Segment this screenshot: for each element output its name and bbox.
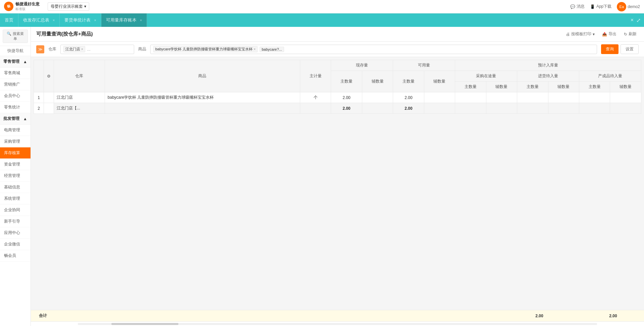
sidebar-item-basic-info[interactable]: 基础信息 <box>0 182 31 193</box>
warehouse-tag: 江北门店 × <box>63 46 85 52</box>
sidebar-item-enterprise-coop[interactable]: 企业协同 <box>0 204 31 216</box>
cell-settings-1 <box>44 92 54 103</box>
tab-available-stock[interactable]: 可用量库存账本 × <box>101 13 147 27</box>
query-btn[interactable]: 查询 <box>601 44 619 54</box>
th-product-main: 主数量 <box>579 82 610 92</box>
cell-prod-main-1 <box>579 92 610 103</box>
th-purchase-aux: 辅数量 <box>486 82 517 92</box>
chevron-icon: ▲ <box>23 117 27 121</box>
export-icon: 📤 <box>602 32 607 37</box>
message-icon: 💬 <box>570 4 575 9</box>
cell-curr-main-2: 2.00 <box>331 103 362 114</box>
sidebar-search-section: 🔍 搜索菜单 <box>0 27 31 46</box>
sidebar-item-member-center[interactable]: 会员中心 <box>0 90 31 102</box>
cell-pur-aux-1 <box>486 92 517 103</box>
cell-product-2 <box>105 103 300 114</box>
search-menu-btn[interactable]: 🔍 搜索菜单 <box>3 30 28 43</box>
th-product: 商品 <box>105 60 300 92</box>
filter-expand-btn[interactable]: ≫ <box>36 45 44 53</box>
sidebar-item-member[interactable]: 畅会员 <box>0 250 31 262</box>
th-incoming-aux: 辅数量 <box>548 82 579 92</box>
page-header: 可用量查询(按仓库+商品) 🖨 按模板打印 ▾ 📤 导出 ↻ 刷新 <box>31 27 644 42</box>
product-tag-1: babycare学饮杯 儿童防摔防撞吸管杯重力球吸嘴杯宝宝水杯 × <box>153 46 258 52</box>
top-bar: 畅 畅捷通好生意 标准版 母婴行业演示账套 ▾ 💬 消息 📱 App下载 Ea … <box>0 0 644 13</box>
table-container: ⚙ 仓库 商品 主计量 现存量 可用量 预计入库量 主数量 辅数量 主数量 辅数… <box>31 57 644 310</box>
sidebar-section-wholesale[interactable]: 批发管理 ▲ <box>0 113 31 125</box>
expand-btn[interactable]: ⤢ <box>636 17 641 24</box>
page-actions: 🖨 按模板打印 ▾ 📤 导出 ↻ 刷新 <box>564 30 639 38</box>
sidebar-item-ecommerce[interactable]: 电商管理 <box>0 125 31 136</box>
sidebar-item-ops[interactable]: 经营管理 <box>0 170 31 182</box>
th-current-aux: 辅数量 <box>362 71 393 92</box>
warehouse-filter-input[interactable]: 江北门店 × ... <box>60 45 134 54</box>
cell-inc-aux-2 <box>548 103 579 114</box>
brand-sub: 标准版 <box>15 7 40 11</box>
close-tab-receive-send[interactable]: × <box>53 18 55 22</box>
tab-receive-send[interactable]: 收发存汇总表 × <box>18 13 60 27</box>
cell-avail-aux-1 <box>424 92 455 103</box>
sidebar-item-purchase-mgmt[interactable]: 采购管理 <box>0 136 31 147</box>
user-profile[interactable]: Ea demo2 <box>617 2 640 11</box>
tab-home[interactable]: 首页 <box>0 13 18 27</box>
table-row: 1 江北门店 babycare学饮杯 儿童防摔防撞吸管杯重力球吸嘴杯宝宝水杯 个… <box>34 92 641 103</box>
company-select[interactable]: 母婴行业演示账套 ▾ <box>48 2 89 11</box>
setting-btn[interactable]: 设置 <box>621 44 639 54</box>
top-bar-right: 💬 消息 📱 App下载 Ea demo2 <box>570 2 640 11</box>
cell-warehouse-1: 江北门店 <box>54 92 105 103</box>
table-footer: 合计 2.00 2.00 <box>31 310 644 321</box>
app-icon: 📱 <box>590 4 595 9</box>
tab-order-stats[interactable]: 要货单统计表 × <box>60 13 101 27</box>
cell-row-num-1: 1 <box>34 92 44 103</box>
app-download-btn[interactable]: 📱 App下载 <box>590 4 611 9</box>
th-settings[interactable]: ⚙ <box>44 60 54 92</box>
cell-prod-aux-1 <box>610 92 641 103</box>
sidebar-item-retail-mall[interactable]: 零售商城 <box>0 67 31 79</box>
cell-settings-2 <box>44 103 54 114</box>
sidebar-item-new-guide[interactable]: 新手引导 <box>0 216 31 227</box>
product-filter-input[interactable]: babycare学饮杯 儿童防摔防撞吸管杯重力球吸嘴杯宝宝水杯 × babyca… <box>150 45 597 54</box>
sidebar-item-finance[interactable]: 资金管理 <box>0 159 31 170</box>
cell-pur-main-2 <box>455 103 486 114</box>
content-area: 可用量查询(按仓库+商品) 🖨 按模板打印 ▾ 📤 导出 ↻ 刷新 ≫ <box>31 27 644 326</box>
footer-current-aux-total <box>559 314 593 318</box>
sidebar-section-retail[interactable]: 零售管理 ▲ <box>0 56 31 67</box>
sidebar-item-enterprise-wechat[interactable]: 企业微信 <box>0 239 31 250</box>
sidebar-item-sys-mgmt[interactable]: 系统管理 <box>0 193 31 204</box>
sidebar-item-stock-check[interactable]: 库存核算 <box>0 147 31 159</box>
cell-prod-aux-2 <box>610 103 641 114</box>
sidebar-item-retail-stats[interactable]: 零售统计 <box>0 102 31 113</box>
close-all-tabs-btn[interactable]: × <box>631 17 634 23</box>
message-btn[interactable]: 💬 消息 <box>570 4 585 9</box>
cell-unit-1: 个 <box>300 92 331 103</box>
th-current-stock: 现存量 <box>331 60 393 71</box>
warehouse-label: 仓库 <box>48 46 56 52</box>
sidebar-item-marketing[interactable]: 营销推广 <box>0 79 31 90</box>
product-tag-2: babycare?... <box>260 47 284 52</box>
print-btn[interactable]: 🖨 按模板打印 ▾ <box>564 30 597 38</box>
th-row-num <box>34 60 44 92</box>
refresh-icon: ↻ <box>624 32 627 37</box>
footer-available-total: 2.00 <box>593 314 633 318</box>
close-tab-order-stats[interactable]: × <box>94 18 96 22</box>
warehouse-more-indicator[interactable]: ... <box>87 47 91 52</box>
th-incoming-pending: 进货待入量 <box>517 71 579 82</box>
sidebar-item-app-center[interactable]: 应用中心 <box>0 227 31 239</box>
cell-avail-main-1: 2.00 <box>393 92 424 103</box>
scrollbar-thumb[interactable] <box>111 323 178 325</box>
close-tab-available-stock[interactable]: × <box>140 18 142 22</box>
nav-bar: 首页 收发存汇总表 × 要货单统计表 × 可用量库存账本 × × ⤢ <box>0 13 644 27</box>
remove-warehouse-tag[interactable]: × <box>81 47 83 51</box>
th-product-pending: 产成品待入量 <box>579 71 641 82</box>
remove-product-tag-1[interactable]: × <box>254 47 256 51</box>
print-chevron-icon: ▾ <box>593 32 595 37</box>
cell-avail-main-2: 2.00 <box>393 103 424 114</box>
th-purchase-main: 主数量 <box>455 82 486 92</box>
brand-icon: 畅 <box>4 2 13 11</box>
th-planned-in: 预计入库量 <box>455 60 641 71</box>
brand-name: 畅捷通好生意 <box>15 2 40 6</box>
refresh-btn[interactable]: ↻ 刷新 <box>622 30 639 38</box>
th-current-main: 主数量 <box>331 71 362 92</box>
filter-action-btns: 查询 设置 <box>601 44 639 54</box>
export-btn[interactable]: 📤 导出 <box>600 30 619 38</box>
sidebar-item-quick-nav[interactable]: 快捷导航 <box>0 46 31 56</box>
